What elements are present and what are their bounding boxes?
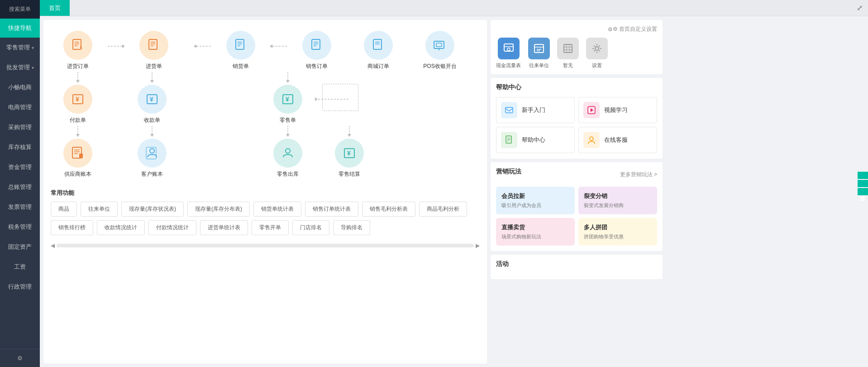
cashflow-icon <box>498 38 520 59</box>
sidebar-item-purchase[interactable]: 采购管理 <box>0 117 40 137</box>
doc-icon <box>501 132 517 148</box>
func-btn-sales-order-stat[interactable]: 销售订单统计表 <box>305 202 358 217</box>
wf-node-supplier-book[interactable]: 供应商账本 <box>51 139 105 178</box>
right-panel: ⚙ ⚙ 首页自定义设置 现金流量表 往来单位 <box>491 20 663 363</box>
svg-rect-60 <box>504 44 513 51</box>
wf-label-purchase: 进货单 <box>146 63 162 70</box>
quick-icon-settings[interactable]: 设置 <box>586 38 608 69</box>
func-btn-sales-stat[interactable]: 销货单统计表 <box>253 202 301 217</box>
func-btn-payment-stat[interactable]: 付款情况统计 <box>148 220 196 235</box>
float-btn-community[interactable]: 服务社区 <box>858 180 868 187</box>
connector-row1 <box>51 70 480 85</box>
func-btn-product[interactable]: 商品 <box>51 202 77 217</box>
marketing-card-live-desc: 场景式购物新玩法 <box>501 233 569 240</box>
expand-icon[interactable]: ⤢ <box>851 4 868 12</box>
connector-row2 <box>51 124 480 139</box>
wf-node-mall-order[interactable]: 商城订单 <box>351 31 405 70</box>
svg-marker-29 <box>76 80 80 83</box>
scroll-left-icon[interactable]: ◀ <box>51 242 55 249</box>
sidebar-settings[interactable]: ⚙ <box>0 349 40 367</box>
help-item-chat[interactable]: 在线客服 <box>578 127 657 153</box>
wf-icon-supplier-book <box>63 139 92 168</box>
svg-rect-22 <box>373 39 382 49</box>
wf-node-pos[interactable]: POS收银开台 <box>413 31 467 70</box>
marketing-card-group-title: 多人拼团 <box>584 223 652 232</box>
marketing-card-fission[interactable]: 裂变分销 裂变式发展分销商 <box>578 187 657 214</box>
svg-rect-12 <box>236 39 244 49</box>
sidebar-item-salary[interactable]: 工资 <box>0 257 40 277</box>
wf-node-receipt[interactable]: ¥ 收款单 <box>125 85 179 124</box>
wf-node-retail-out[interactable]: 零售出库 <box>261 139 315 178</box>
sidebar-item-ledger[interactable]: 总账管理 <box>0 177 40 197</box>
marketing-card-fission-desc: 裂变式发展分销商 <box>584 202 652 209</box>
wf-node-customer-book[interactable]: 客户账本 <box>125 139 179 178</box>
tab-home[interactable]: 首页 <box>40 0 70 16</box>
wf-node-retail-bill[interactable]: ¥ 零售单 <box>261 85 315 124</box>
sidebar-item-ecom-small[interactable]: 小畅电商 <box>0 77 40 97</box>
func-btn-retail-bill[interactable]: 零售开单 <box>252 220 289 235</box>
sidebar-item-admin[interactable]: 行政管理 <box>0 277 40 297</box>
marketing-card-member-title: 会员拉新 <box>501 192 569 200</box>
func-btn-store-rank[interactable]: 门店排名 <box>292 220 329 235</box>
marketing-card-live[interactable]: 直播卖货 场景式购物新玩法 <box>496 218 575 246</box>
func-btn-purchase-stat[interactable]: 进货单统计表 <box>200 220 248 235</box>
quick-icon-cashflow-label: 现金流量表 <box>496 62 521 69</box>
marketing-more-link[interactable]: 更多营销玩法 > <box>620 171 657 179</box>
svg-marker-17 <box>270 44 272 48</box>
wf-icon-sales <box>226 31 255 60</box>
scroll-right-icon[interactable]: ▶ <box>476 242 480 249</box>
wf-node-sales[interactable]: 销货单 <box>214 31 268 70</box>
wf-icon-retail-settle: ¥ <box>335 139 364 168</box>
sidebar-item-finance[interactable]: 资金管理 <box>0 157 40 177</box>
svg-rect-26 <box>436 43 442 47</box>
func-btn-receipt-stat[interactable]: 收款情况统计 <box>97 220 145 235</box>
quick-icon-cashflow[interactable]: 现金流量表 <box>496 38 521 69</box>
wf-node-retail-settle[interactable]: ¥ 零售结算 <box>322 139 377 178</box>
sidebar-search[interactable]: 搜索菜单 <box>0 0 40 19</box>
quick-access: ⚙ ⚙ 首页自定义设置 现金流量表 往来单位 <box>491 20 663 74</box>
func-btn-guide-rank[interactable]: 导购排名 <box>333 220 370 235</box>
help-item-docs[interactable]: 帮助中心 <box>496 127 575 153</box>
quick-icon-empty[interactable]: 暂无 <box>557 38 579 69</box>
down-arrow-payment <box>51 124 105 139</box>
sidebar-item-tax[interactable]: 税务管理 <box>0 217 40 237</box>
content-area: 进货订单 进货单 <box>40 16 868 367</box>
float-btn-desktop[interactable]: 桌面快捷 <box>858 188 868 195</box>
customize-header[interactable]: ⚙ ⚙ 首页自定义设置 <box>496 25 657 33</box>
help-item-beginner[interactable]: 新手入门 <box>496 97 575 123</box>
sidebar-item-retail[interactable]: 零售管理 ▾ <box>0 38 40 58</box>
sidebar-item-label: 电商管理 <box>8 103 32 111</box>
wf-label-receipt: 收款单 <box>144 116 160 124</box>
sidebar-item-invoice[interactable]: 发票管理 <box>0 197 40 217</box>
marketing-card-group[interactable]: 多人拼团 拼团购物享受优惠 <box>578 218 657 246</box>
sidebar-item-wholesale[interactable]: 批发管理 ▾ <box>0 58 40 77</box>
wf-node-purchase[interactable]: 进货单 <box>127 31 181 70</box>
wf-node-sales-order[interactable]: 销售订单 <box>290 31 344 70</box>
svg-point-80 <box>590 137 593 140</box>
marketing-card-member[interactable]: 会员拉新 吸引用户成为会员 <box>496 187 575 214</box>
func-btn-partner[interactable]: 往来单位 <box>81 202 118 217</box>
svg-rect-0 <box>73 39 81 49</box>
sidebar-item-label: 批发管理 <box>6 63 30 72</box>
svg-point-62 <box>507 48 510 51</box>
marketing-header: 营销玩法 更多营销玩法 > <box>496 168 657 181</box>
func-btn-stock-status[interactable]: 现存量(库存状况表) <box>121 202 184 217</box>
wf-node-payment[interactable]: ¥ 付款单 <box>51 85 105 124</box>
sidebar-item-inventory[interactable]: 库存核算 <box>0 137 40 157</box>
help-item-video[interactable]: 视频学习 <box>578 97 657 123</box>
sidebar-item-ecom[interactable]: 电商管理 <box>0 97 40 117</box>
wf-label-payment: 付款单 <box>70 116 86 124</box>
wf-node-purchase-order[interactable]: 进货订单 <box>51 31 105 70</box>
func-btn-sales-rank[interactable]: 销售排行榜 <box>51 220 93 235</box>
func-btn-product-profit[interactable]: 商品毛利分析 <box>419 202 467 217</box>
wf-label-customer-book: 客户账本 <box>141 170 163 178</box>
down-arrow-receipt <box>125 124 179 139</box>
func-btn-stock-dist[interactable]: 现存量(库存分布表) <box>187 202 250 217</box>
quick-icon-partner[interactable]: 往来单位 <box>528 38 550 69</box>
scroll-track[interactable] <box>57 244 474 247</box>
sidebar-item-fixed-assets[interactable]: 固定资产 <box>0 237 40 257</box>
func-btn-sales-profit[interactable]: 销售毛利分析表 <box>362 202 415 217</box>
activities-title: 活动 <box>496 260 657 268</box>
float-btn-hotline[interactable]: 客服热线 <box>858 172 868 179</box>
sidebar-quicknav[interactable]: 快捷导航 <box>0 19 40 38</box>
